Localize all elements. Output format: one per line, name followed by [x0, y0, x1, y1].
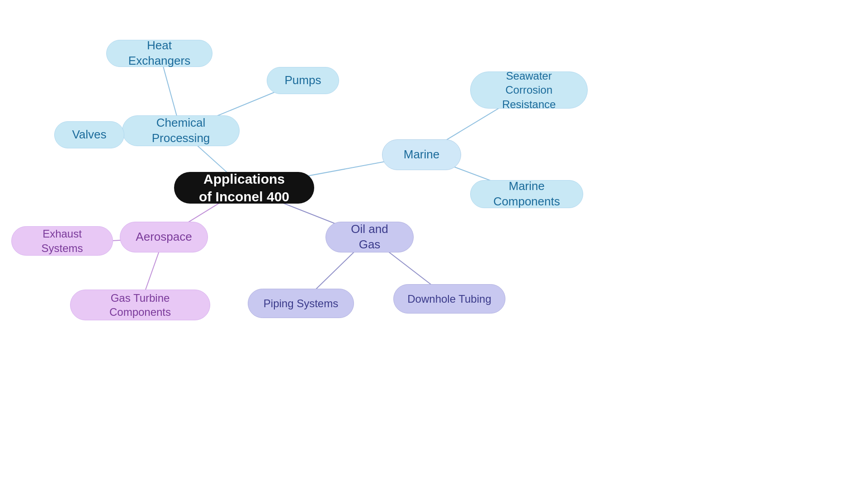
gas-turbine-label: Gas Turbine Components — [83, 291, 197, 319]
center-node: Applications of Inconel 400 — [174, 172, 314, 204]
downhole-tubing-node: Downhole Tubing — [393, 284, 505, 314]
pumps-node: Pumps — [267, 67, 339, 94]
marine-node: Marine — [382, 139, 461, 170]
seawater-corrosion-label: Seawater Corrosion Resistance — [483, 69, 575, 111]
heat-exchangers-label: Heat Exchangers — [119, 38, 199, 69]
chemical-processing-node: Chemical Processing — [122, 115, 240, 146]
piping-systems-label: Piping Systems — [264, 296, 338, 310]
seawater-corrosion-node: Seawater Corrosion Resistance — [470, 71, 588, 109]
pumps-label: Pumps — [285, 73, 321, 88]
valves-label: Valves — [72, 127, 106, 143]
oil-gas-label: Oil and Gas — [339, 222, 401, 252]
heat-exchangers-node: Heat Exchangers — [106, 40, 212, 67]
exhaust-systems-label: Exhaust Systems — [24, 227, 100, 255]
oil-gas-node: Oil and Gas — [326, 222, 414, 252]
center-label: Applications of Inconel 400 — [196, 170, 292, 205]
marine-label: Marine — [404, 147, 439, 162]
downhole-tubing-label: Downhole Tubing — [407, 292, 491, 306]
gas-turbine-node: Gas Turbine Components — [70, 290, 210, 320]
valves-node: Valves — [54, 121, 124, 148]
marine-components-node: Marine Components — [470, 180, 583, 208]
aerospace-label: Aerospace — [136, 229, 192, 245]
exhaust-systems-node: Exhaust Systems — [11, 226, 113, 256]
marine-components-label: Marine Components — [483, 179, 570, 209]
piping-systems-node: Piping Systems — [248, 289, 354, 318]
aerospace-node: Aerospace — [120, 222, 208, 252]
chemical-processing-label: Chemical Processing — [135, 115, 226, 146]
